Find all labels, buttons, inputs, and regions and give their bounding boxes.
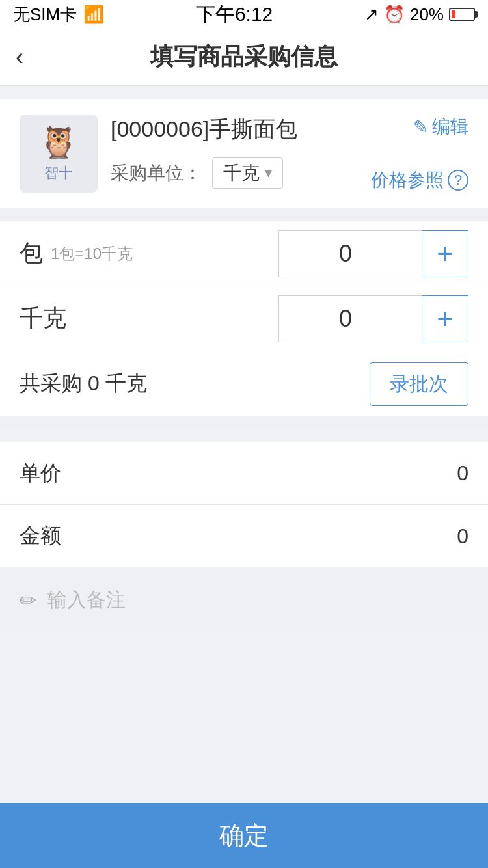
product-card: 🦉 智十 [0000006]手撕面包 采购单位： 千克 ▾ ✎ 编辑 价格参照 … — [0, 99, 488, 208]
pack-input-row: 包 1包=10千克 + — [0, 221, 488, 286]
summary-row: 共采购 0 千克 录批次 — [0, 351, 488, 416]
kg-input-row: 千克 + — [0, 286, 488, 351]
confirm-button[interactable]: 确定 — [0, 803, 488, 868]
record-batch-button[interactable]: 录批次 — [370, 362, 468, 406]
nav-bar: ‹ 填写商品采购信息 — [0, 29, 488, 86]
location-icon: ↗ — [364, 5, 379, 25]
kg-quantity-input[interactable] — [278, 295, 422, 342]
separator-1 — [0, 208, 488, 221]
note-area[interactable]: ✏ 输入备注 — [0, 567, 488, 633]
input-section: 包 1包=10千克 + 千克 + — [0, 221, 488, 351]
status-left: 无SIM卡 📶 — [13, 3, 104, 26]
product-thumbnail: 🦉 智十 — [20, 115, 98, 193]
amount-value: 0 — [457, 524, 468, 549]
wifi-icon: 📶 — [83, 5, 104, 25]
unit-price-label: 单价 — [20, 459, 61, 488]
unit-select[interactable]: 千克 ▾ — [212, 157, 283, 189]
amount-label: 金额 — [20, 522, 61, 550]
status-right: ↗ ⏰ 20% — [364, 5, 475, 25]
unit-price-value: 0 — [457, 461, 468, 485]
battery-text: 20% — [410, 5, 444, 25]
unit-value: 千克 — [223, 161, 260, 185]
price-info-section: 单价 0 金额 0 — [0, 442, 488, 567]
unit-price-row: 单价 0 — [0, 442, 488, 505]
edit-label: 编辑 — [432, 115, 468, 139]
alarm-icon: ⏰ — [384, 5, 405, 25]
pack-quantity-input[interactable] — [278, 230, 422, 277]
kg-quantity-wrap: + — [278, 295, 468, 342]
product-thumb-icon: 🦉 — [39, 124, 78, 161]
note-placeholder: 输入备注 — [47, 587, 126, 614]
pack-quantity-wrap: + — [278, 230, 468, 277]
edit-icon: ✎ — [413, 116, 428, 138]
carrier-text: 无SIM卡 — [13, 3, 77, 26]
status-time: 下午6:12 — [196, 1, 273, 28]
pack-plus-button[interactable]: + — [422, 230, 468, 277]
edit-button[interactable]: ✎ 编辑 — [413, 115, 468, 139]
chevron-down-icon: ▾ — [265, 165, 272, 182]
kg-label: 千克 — [20, 303, 66, 334]
unit-label: 采购单位： — [111, 161, 202, 185]
price-ref-button[interactable]: 价格参照 ? — [371, 168, 468, 193]
pack-label: 包 — [20, 237, 43, 269]
pencil-icon: ✏ — [20, 588, 37, 613]
page-title: 填写商品采购信息 — [150, 41, 338, 73]
status-bar: 无SIM卡 📶 下午6:12 ↗ ⏰ 20% — [0, 0, 488, 29]
kg-plus-button[interactable]: + — [422, 295, 468, 342]
separator-2 — [0, 416, 488, 429]
back-button[interactable]: ‹ — [16, 44, 23, 71]
amount-row: 金额 0 — [0, 505, 488, 567]
battery-icon — [449, 8, 475, 21]
help-icon: ? — [448, 170, 468, 191]
pack-sub-label: 1包=10千克 — [51, 243, 278, 264]
product-thumb-text: 智十 — [44, 163, 73, 183]
main-background — [0, 633, 488, 828]
price-ref-label: 价格参照 — [371, 168, 444, 193]
summary-text: 共采购 0 千克 — [20, 370, 147, 398]
